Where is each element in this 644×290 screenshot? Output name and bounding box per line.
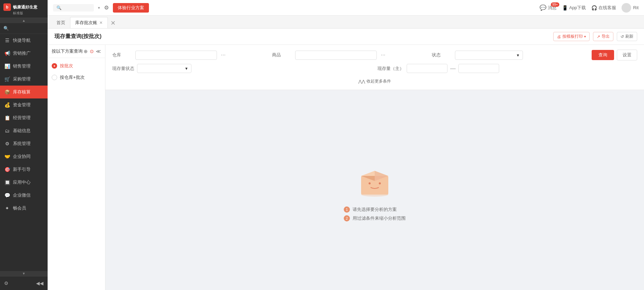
enterprise-icon: 🤝 <box>4 153 10 160</box>
sidebar-item-operations[interactable]: 📋 经营管理 <box>0 111 48 124</box>
scroll-down-arrow[interactable]: ▼ <box>0 271 48 276</box>
tab-inventory-batch[interactable]: 库存批次账 ✕ <box>70 17 108 28</box>
collapse-panel-icon[interactable]: ≪ <box>96 49 101 54</box>
marketing-icon: 📢 <box>4 50 10 56</box>
system-icon: ⚙ <box>4 141 10 147</box>
sidebar-item-label: 营销推广 <box>13 50 31 56</box>
topbar-search-icon: 🔍 <box>56 5 62 10</box>
sidebar-item-label: 经营管理 <box>13 115 31 121</box>
tab-home[interactable]: 首页 <box>52 17 70 28</box>
settings-icon[interactable]: ⚙ <box>3 279 10 287</box>
inventory-status-label: 现存量状态 <box>112 66 134 72</box>
goods-input[interactable] <box>295 51 377 60</box>
sidebar-item-label: 资金管理 <box>13 102 31 108</box>
collapse-up-icon: ⋀⋀ <box>358 79 365 84</box>
message-badge: 99+ <box>551 2 559 7</box>
dash-icon: — <box>450 66 456 72</box>
user-profile[interactable]: Rit <box>622 3 639 13</box>
export-button[interactable]: ↗ 导出 <box>593 32 613 41</box>
service-icon: 🎧 <box>591 5 597 11</box>
service-label: 在线客服 <box>598 5 616 11</box>
query-button[interactable]: 查询 <box>592 50 614 60</box>
tab-inventory-batch-label: 库存批次账 <box>75 20 97 26</box>
sidebar-item-label: 应用中心 <box>13 179 31 185</box>
topbar-gear-icon[interactable]: ⚙ <box>104 4 109 11</box>
settings-scheme-icon[interactable]: ⊙ <box>90 49 94 54</box>
sidebar-item-basic[interactable]: 🗂 基础信息 <box>0 124 48 137</box>
messages-button[interactable]: 💬 消息 99+ <box>540 4 557 11</box>
sidebar-item-label: 畅会员 <box>13 205 26 211</box>
sidebar-item-purchase[interactable]: 🛒 采购管理 <box>0 73 48 86</box>
topbar-right: 💬 消息 99+ 📱 App下载 🎧 在线客服 Rit <box>540 3 639 13</box>
scheme-item-warehouse-batch[interactable]: 按仓库+批次 <box>48 72 105 83</box>
app-download-button[interactable]: 📱 App下载 <box>562 5 586 11</box>
collapse-button[interactable]: ⋀⋀ 收起更多条件 <box>112 76 637 86</box>
sidebar-item-quick-nav[interactable]: ☰ 快捷导航 <box>0 34 48 47</box>
sidebar-item-guide[interactable]: 🎯 新手引导 <box>0 163 48 176</box>
warehouse-input[interactable] <box>135 51 217 60</box>
filter-inventory-qty: 现存量（主） — <box>377 64 637 73</box>
sidebar-item-apps[interactable]: 🔲 应用中心 <box>0 176 48 189</box>
avatar <box>622 3 631 13</box>
sidebar-item-label: 销售管理 <box>13 63 31 69</box>
page-header: 现存量查询(按批次) 🖨 按模板打印 ▾ ↗ 导出 ↺ 刷新 <box>48 29 644 45</box>
inventory-qty-min[interactable] <box>407 64 447 73</box>
sidebar-item-wechat[interactable]: 💬 企业微信 <box>0 189 48 202</box>
left-panel-title: 按以下方案查询 <box>52 48 83 54</box>
settings-button[interactable]: 设置 <box>617 50 637 60</box>
page-header-actions: 🖨 按模板打印 ▾ ↗ 导出 ↺ 刷新 <box>553 32 637 41</box>
add-scheme-icon[interactable]: ⊕ <box>84 49 88 54</box>
sidebar-item-inventory[interactable]: 📦 库存核算 <box>0 86 48 98</box>
left-panel-header: 按以下方案查询 ⊕ ⊙ ≪ <box>48 45 105 58</box>
scheme-by-batch-label: 按批次 <box>60 63 73 69</box>
close-panel-button[interactable]: ✕ <box>108 19 118 27</box>
empty-state: 1 请先选择要分析的方案 2 用过滤条件来缩小分析范围 <box>105 90 644 290</box>
filter-inventory-status: 现存量状态 ▾ <box>112 64 372 73</box>
warehouse-dots[interactable]: ··· <box>221 52 225 58</box>
goods-dots[interactable]: ··· <box>381 52 385 58</box>
page-title: 现存量查询(按批次) <box>54 33 102 40</box>
collapse-label: 收起更多条件 <box>367 78 391 84</box>
tab-close-icon[interactable]: ✕ <box>99 21 103 25</box>
refresh-button[interactable]: ↺ 刷新 <box>617 32 637 41</box>
topbar-search-box[interactable]: 🔍 <box>53 4 94 12</box>
print-button[interactable]: 🖨 按模板打印 ▾ <box>553 32 590 41</box>
sidebar-item-sales[interactable]: 📊 销售管理 <box>0 60 48 73</box>
wechat-icon: 💬 <box>4 192 10 198</box>
sidebar-item-enterprise[interactable]: 🤝 企业协同 <box>0 150 48 163</box>
scroll-up-arrow[interactable]: ▲ <box>0 18 48 23</box>
empty-tips: 1 请先选择要分析的方案 2 用过滤条件来缩小分析范围 <box>344 206 406 221</box>
scheme-item-by-batch[interactable]: ● 按批次 <box>48 60 105 72</box>
online-service-button[interactable]: 🎧 在线客服 <box>591 5 616 11</box>
status-select[interactable]: ▾ <box>455 51 523 60</box>
scheme-inactive-icon <box>52 75 57 80</box>
sidebar-item-system[interactable]: ⚙ 系统管理 <box>0 137 48 150</box>
sidebar-search[interactable]: 🔍 <box>0 23 48 34</box>
inventory-status-select[interactable]: ▾ <box>137 64 191 73</box>
tip-1-num: 1 <box>344 206 350 213</box>
sidebar-item-marketing[interactable]: 📢 营销推广 <box>0 47 48 60</box>
print-icon: 🖨 <box>557 34 561 39</box>
left-panel-actions: ⊕ ⊙ ≪ <box>84 49 101 54</box>
tip-2-num: 2 <box>344 215 350 221</box>
tabbar: 首页 库存批次账 ✕ ✕ <box>48 16 644 29</box>
print-dropdown-icon: ▾ <box>584 35 586 38</box>
sidebar-item-label: 企业协同 <box>13 153 31 160</box>
sidebar-nav: ☰ 快捷导航 📢 营销推广 📊 销售管理 🛒 采购管理 📦 库存核算 💰 资金管… <box>0 34 48 271</box>
tip-1-text: 请先选择要分析的方案 <box>353 206 397 213</box>
sidebar-item-finance[interactable]: 💰 资金管理 <box>0 98 48 111</box>
topbar-dropdown-icon[interactable]: ▾ <box>98 5 100 10</box>
inventory-qty-max[interactable] <box>458 64 499 73</box>
scheme-active-icon: ● <box>52 63 57 69</box>
trial-button[interactable]: 体验行业方案 <box>113 3 149 13</box>
left-panel-list: ● 按批次 按仓库+批次 <box>48 58 105 290</box>
topbar-search-input[interactable] <box>64 5 84 10</box>
sidebar-item-member[interactable]: ✦ 畅会员 <box>0 202 48 215</box>
filter-area: 仓库 ··· 商品 ··· 状态 <box>105 45 644 90</box>
message-icon: 💬 <box>540 4 546 11</box>
filter-status: 状态 ▾ <box>432 51 586 60</box>
filter-actions: 查询 设置 <box>592 50 637 60</box>
collapse-sidebar-icon[interactable]: ◀◀ <box>35 279 45 287</box>
tab-home-label: 首页 <box>56 20 65 26</box>
status-dropdown-icon: ▾ <box>517 53 519 58</box>
